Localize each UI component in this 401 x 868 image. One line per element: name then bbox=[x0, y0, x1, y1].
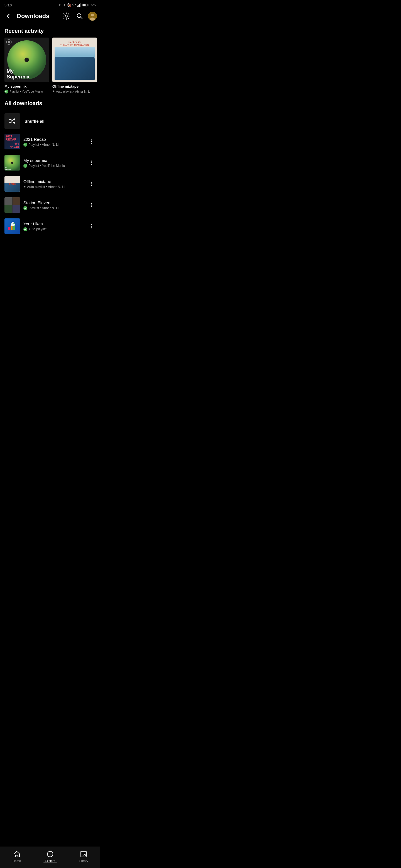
download-thumb-supermix: MySupermix bbox=[4, 155, 20, 170]
svg-point-25 bbox=[91, 182, 92, 183]
download-thumb-likes bbox=[4, 218, 20, 234]
shuffle-label: Shuffle all bbox=[25, 119, 45, 124]
shuffle-icon bbox=[8, 117, 16, 125]
gear-icon bbox=[63, 12, 70, 20]
battery-icon bbox=[82, 3, 89, 7]
thumb-supermix-label: MySupermix bbox=[5, 167, 11, 170]
svg-rect-32 bbox=[8, 227, 10, 230]
download-thumb-recap: 2021RECAP 2021RECAP bbox=[4, 134, 20, 149]
download-info-likes: Your Likes Auto playlist bbox=[23, 221, 84, 231]
svg-point-38 bbox=[91, 227, 92, 228]
download-thumb-grits: GRITS bbox=[4, 176, 20, 192]
download-info-supermix: My supermix Playlist • YouTube Music bbox=[23, 158, 84, 168]
shuffle-all-row[interactable]: Shuffle all bbox=[0, 111, 100, 131]
svg-rect-6 bbox=[88, 4, 88, 6]
sparkle-icon-grits: ✦ bbox=[52, 90, 55, 93]
download-meta-station: Playlist • Abner N. Li bbox=[23, 206, 84, 210]
more-button-recap[interactable] bbox=[87, 137, 96, 146]
avatar[interactable] bbox=[88, 12, 97, 21]
status-time: 5:10 bbox=[4, 3, 12, 7]
svg-rect-7 bbox=[83, 4, 85, 6]
download-item-supermix[interactable]: MySupermix My supermix Playlist • YouTub… bbox=[0, 152, 100, 173]
recent-card-image-supermix: MySupermix bbox=[4, 37, 49, 82]
svg-point-22 bbox=[91, 160, 92, 162]
svg-point-17 bbox=[23, 143, 27, 147]
more-button-likes[interactable] bbox=[87, 222, 96, 230]
recent-card-title-grits: Offline mixtape bbox=[52, 84, 97, 89]
download-meta-grits: ✦ Auto playlist • Abner N. Li bbox=[23, 185, 84, 189]
shuffle-thumb bbox=[4, 113, 20, 129]
more-button-grits[interactable] bbox=[87, 180, 96, 188]
more-icon-station bbox=[89, 202, 94, 208]
svg-rect-3 bbox=[79, 4, 80, 7]
station-q2 bbox=[12, 197, 20, 205]
download-item-your-likes[interactable]: Your Likes Auto playlist bbox=[0, 216, 100, 237]
thumb-station-art bbox=[4, 197, 20, 213]
svg-point-18 bbox=[91, 140, 92, 141]
sparkle-icon-list: ✦ bbox=[23, 185, 26, 189]
thumb-grits-inner: GRITS bbox=[9, 183, 16, 185]
more-button-station[interactable] bbox=[87, 200, 96, 210]
station-q1 bbox=[4, 197, 12, 205]
download-meta-likes: Auto playlist bbox=[23, 227, 84, 231]
top-bar: Downloads bbox=[0, 9, 100, 23]
svg-rect-2 bbox=[78, 5, 79, 7]
recent-activity-scroll: MySupermix My supermix Playlist • YouTub… bbox=[0, 37, 100, 98]
download-info-station: Station Eleven Playlist • Abner N. Li bbox=[23, 200, 84, 210]
recent-card-supermix[interactable]: MySupermix My supermix Playlist • YouTub… bbox=[4, 37, 49, 93]
mute-icon: 🔕 bbox=[67, 3, 71, 7]
download-name-recap: 2021 Recap bbox=[23, 137, 84, 142]
more-button-supermix[interactable] bbox=[87, 158, 96, 167]
settings-button[interactable] bbox=[61, 11, 71, 21]
download-name-supermix: My supermix bbox=[23, 158, 84, 163]
download-info-recap: 2021 Recap Playlist • Abner N. Li bbox=[23, 137, 84, 147]
all-downloads-header: All downloads bbox=[0, 98, 100, 111]
svg-point-11 bbox=[91, 13, 94, 17]
svg-text:🔕: 🔕 bbox=[68, 4, 71, 7]
station-q4 bbox=[12, 205, 20, 213]
svg-point-20 bbox=[91, 143, 92, 144]
thumb-grits-art: GRITS bbox=[4, 176, 20, 192]
search-icon bbox=[76, 13, 83, 20]
more-icon-recap bbox=[89, 139, 94, 145]
disc-icon bbox=[6, 39, 12, 45]
svg-rect-1 bbox=[78, 6, 78, 7]
back-button[interactable] bbox=[3, 11, 13, 21]
download-item-station-eleven[interactable]: Station Eleven Playlist • Abner N. Li bbox=[0, 194, 100, 216]
download-name-station: Station Eleven bbox=[23, 200, 84, 205]
check-icon-supermix bbox=[4, 90, 8, 93]
grits-scene bbox=[55, 47, 95, 80]
supermix-art: MySupermix bbox=[4, 37, 49, 82]
svg-point-16 bbox=[4, 90, 8, 93]
download-item-2021-recap[interactable]: 2021RECAP 2021RECAP 2021 Recap Playlist … bbox=[0, 131, 100, 152]
bluetooth-icon bbox=[62, 3, 66, 7]
download-info-grits: Offline mixtape ✦ Auto playlist • Abner … bbox=[23, 179, 84, 189]
download-thumb-station bbox=[4, 197, 20, 213]
more-icon-supermix bbox=[89, 160, 94, 165]
download-name-grits: Offline mixtape bbox=[23, 179, 84, 184]
recent-activity-header: Recent activity bbox=[0, 23, 100, 37]
station-q3 bbox=[4, 205, 12, 213]
svg-point-36 bbox=[91, 224, 92, 225]
signal-icon bbox=[78, 3, 81, 7]
recent-card-meta-grits: ✦ Auto playlist • Abner N. Li bbox=[52, 90, 97, 93]
check-icon-recap bbox=[23, 143, 27, 147]
svg-point-21 bbox=[23, 164, 27, 168]
grits-art: GRITS THE ART OF TRANSLATION bbox=[52, 37, 97, 82]
search-button[interactable] bbox=[75, 11, 85, 21]
svg-point-31 bbox=[91, 206, 92, 207]
thumb-recap-art: 2021RECAP 2021RECAP bbox=[4, 134, 20, 149]
g-icon: G bbox=[59, 3, 61, 7]
recent-card-title-supermix: My supermix bbox=[4, 84, 49, 89]
download-meta-recap: Playlist • Abner N. Li bbox=[23, 143, 84, 147]
download-item-offline-mixtape[interactable]: GRITS Offline mixtape ✦ Auto playlist • … bbox=[0, 173, 100, 194]
wifi-icon bbox=[72, 3, 76, 7]
recent-card-image-grits: GRITS THE ART OF TRANSLATION bbox=[52, 37, 97, 82]
more-icon-likes bbox=[89, 223, 94, 229]
recent-card-offline-mixtape[interactable]: GRITS THE ART OF TRANSLATION Offline mix… bbox=[52, 37, 97, 93]
svg-point-24 bbox=[91, 164, 92, 165]
download-meta-supermix: Playlist • YouTube Music bbox=[23, 164, 84, 168]
thumb-supermix-art: MySupermix bbox=[4, 155, 20, 170]
top-bar-actions bbox=[61, 11, 97, 21]
check-icon-station bbox=[23, 206, 27, 210]
